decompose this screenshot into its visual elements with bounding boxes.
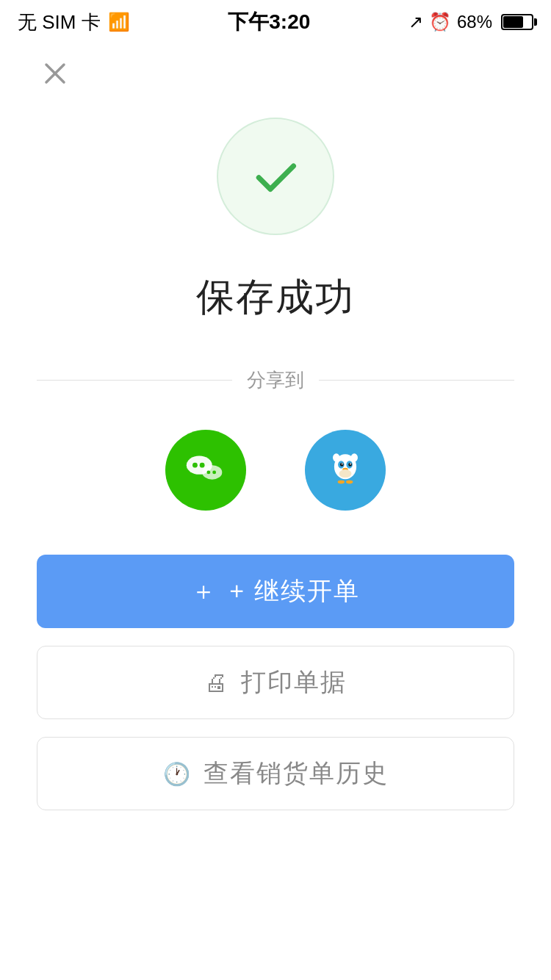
svg-point-18	[346, 480, 353, 484]
svg-point-3	[192, 463, 198, 468]
divider-line-left	[37, 380, 232, 381]
continue-label: + 继续开单	[229, 574, 359, 608]
alarm-icon: ⏰	[429, 12, 451, 32]
printer-icon: 🖨	[204, 669, 229, 696]
clock-icon: 🕐	[163, 761, 192, 787]
battery-fill	[503, 16, 523, 28]
close-icon	[42, 60, 68, 87]
history-button[interactable]: 🕐 查看销货单历史	[37, 737, 514, 810]
history-label: 查看销货单历史	[204, 757, 389, 790]
share-label: 分享到	[232, 367, 319, 393]
status-bar: 无 SIM 卡 📶 下午3:20 ↗ ⏰ 68%	[0, 0, 551, 44]
main-content: 保存成功 分享到	[0, 44, 551, 810]
share-section: 分享到	[0, 367, 551, 511]
wechat-icon	[181, 445, 231, 495]
divider-line-right	[319, 380, 514, 381]
qq-icon	[321, 446, 370, 494]
status-left: 无 SIM 卡 📶	[18, 10, 130, 35]
print-button[interactable]: 🖨 打印单据	[37, 646, 514, 719]
svg-point-16	[339, 469, 352, 478]
qq-share-button[interactable]	[305, 430, 386, 511]
location-icon: ↗	[408, 12, 423, 32]
svg-point-19	[333, 453, 339, 461]
battery-percent: 68%	[457, 12, 492, 32]
svg-point-5	[202, 465, 222, 479]
share-divider: 分享到	[0, 367, 551, 393]
plus-icon: ＋	[191, 574, 217, 608]
checkmark-icon	[250, 151, 301, 202]
action-buttons: ＋ + 继续开单 🖨 打印单据 🕐 查看销货单历史	[0, 555, 551, 810]
success-circle	[217, 118, 334, 235]
status-right: ↗ ⏰ 68%	[408, 12, 533, 32]
svg-point-7	[212, 470, 216, 474]
svg-point-6	[206, 470, 210, 474]
no-sim-label: 无 SIM 卡	[18, 10, 101, 35]
continue-button[interactable]: ＋ + 继续开单	[37, 555, 514, 628]
svg-point-13	[342, 464, 343, 465]
wechat-share-button[interactable]	[165, 430, 246, 511]
status-time: 下午3:20	[228, 8, 310, 36]
svg-point-14	[350, 464, 351, 465]
wifi-icon: 📶	[108, 12, 130, 32]
battery-icon	[501, 14, 533, 30]
svg-point-4	[200, 463, 205, 468]
svg-point-20	[351, 453, 358, 461]
close-button[interactable]	[37, 55, 73, 92]
print-label: 打印单据	[241, 666, 347, 699]
share-icons	[165, 430, 386, 511]
svg-point-17	[338, 480, 345, 484]
success-title: 保存成功	[196, 272, 355, 323]
